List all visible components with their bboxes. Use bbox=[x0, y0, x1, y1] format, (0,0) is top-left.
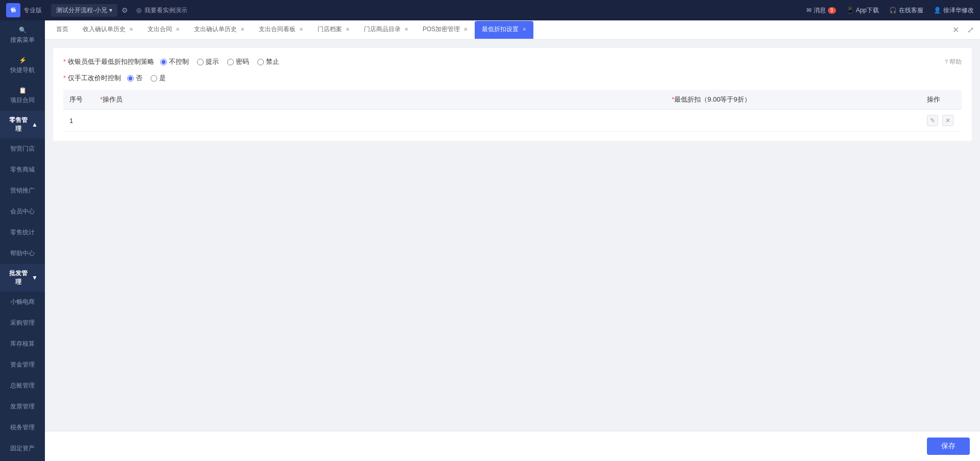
sidebar-item-members[interactable]: 会员中心 bbox=[0, 201, 45, 222]
sidebar-item-finance[interactable]: 资金管理 bbox=[0, 354, 45, 375]
close-tab-button[interactable]: ✕ bbox=[950, 24, 961, 36]
option-no-control[interactable]: 不控制 bbox=[160, 57, 189, 66]
messages-item[interactable]: ✉ 消息 9 bbox=[806, 6, 836, 15]
tab-close-pos-encrypt[interactable]: ✕ bbox=[463, 27, 468, 32]
tab-home[interactable]: 首页 bbox=[49, 21, 76, 39]
radio-no-control[interactable] bbox=[160, 59, 167, 65]
cell-operator bbox=[94, 110, 666, 132]
table-header-row: 序号 *操作员 *最低折扣（9.00等于9折） 操作 bbox=[63, 90, 962, 110]
tab-close-expense-contract-board[interactable]: ✕ bbox=[299, 27, 303, 32]
option-yes-manual[interactable]: 是 bbox=[151, 74, 166, 83]
demo-link[interactable]: ◎ 我要看实例演示 bbox=[136, 6, 187, 15]
edit-row-button[interactable]: ✎ bbox=[927, 115, 938, 126]
radio-password[interactable] bbox=[227, 59, 234, 65]
sidebar-item-retail-stats[interactable]: 零售统计 bbox=[0, 222, 45, 243]
table-row: 1 ✎ ✕ bbox=[63, 110, 962, 132]
sidebar-item-search[interactable]: 🔍 搜索菜单 bbox=[0, 20, 45, 51]
sidebar-label-retail: 零售管理 bbox=[7, 116, 30, 133]
sidebar-label-marketing: 营销推广 bbox=[10, 186, 35, 195]
online-service-label: 在线客服 bbox=[899, 6, 923, 15]
tab-store-catalog[interactable]: 门店商品目录 ✕ bbox=[357, 21, 415, 39]
radio-no-manual[interactable] bbox=[127, 75, 134, 82]
delete-row-button[interactable]: ✕ bbox=[942, 115, 953, 126]
sidebar-item-ledger[interactable]: 总账管理 bbox=[0, 375, 45, 396]
sidebar-item-quicknav[interactable]: ⚡ 快捷导航 bbox=[0, 51, 45, 81]
tab-expense-confirm-history[interactable]: 支出确认单历史 ✕ bbox=[187, 21, 252, 39]
online-service-item[interactable]: 🎧 在线客服 bbox=[889, 6, 923, 15]
sidebar-item-smart-store[interactable]: 智营门店 bbox=[0, 138, 45, 159]
tab-income-history[interactable]: 收入确认单历史 ✕ bbox=[76, 21, 140, 39]
settings-form-card: 收银员低于最低折扣控制策略 不控制 提示 密码 bbox=[53, 48, 972, 141]
discount-control-label: 收银员低于最低折扣控制策略 bbox=[63, 57, 154, 66]
cell-action: ✎ ✕ bbox=[921, 110, 962, 132]
sidebar-label-quicknav: 快捷导航 bbox=[10, 66, 35, 75]
tab-label-expense-confirm-history: 支出确认单历史 bbox=[194, 25, 237, 34]
sidebar-label-finance: 资金管理 bbox=[10, 360, 35, 369]
sidebar-item-tax[interactable]: 税务管理 bbox=[0, 417, 45, 438]
manual-control-label: 仅手工改价时控制 bbox=[63, 74, 121, 83]
page-content: 收银员低于最低折扣控制策略 不控制 提示 密码 bbox=[45, 40, 980, 431]
user-item[interactable]: 👤 徐泽华修改 bbox=[934, 6, 974, 15]
sidebar-item-wholesale[interactable]: 批发管理 ▼ bbox=[0, 264, 45, 292]
sidebar-item-ecommerce[interactable]: 小畅电商 bbox=[0, 292, 45, 312]
chevron-down-icon: ▾ bbox=[109, 7, 112, 14]
sidebar-item-invoice[interactable]: 发票管理 bbox=[0, 396, 45, 417]
tabbar-actions: ✕ ⤢ bbox=[950, 24, 976, 36]
option-prompt[interactable]: 提示 bbox=[197, 57, 219, 66]
project-selector[interactable]: 测试分开流程-小兄 ▾ bbox=[51, 4, 117, 17]
sidebar-item-assets[interactable]: 固定资产 bbox=[0, 438, 45, 459]
sidebar-item-retail[interactable]: 零售管理 ▲ bbox=[0, 111, 45, 138]
tab-min-discount[interactable]: 最低折扣设置 ✕ bbox=[475, 21, 533, 39]
demo-label: 我要看实例演示 bbox=[144, 6, 187, 15]
logo-icon: 畅 bbox=[6, 3, 20, 17]
tab-expense-contract[interactable]: 支出合同 ✕ bbox=[140, 21, 187, 39]
sidebar-item-salary[interactable]: 工资 bbox=[0, 459, 45, 461]
sidebar-label-smart-store: 智营门店 bbox=[10, 144, 35, 153]
save-button[interactable]: 保存 bbox=[927, 438, 970, 455]
radio-yes-manual[interactable] bbox=[151, 75, 157, 82]
main-layout: 🔍 搜索菜单 ⚡ 快捷导航 📋 项目合同 零售管理 ▲ 智营门店 零售商城 营销… bbox=[0, 20, 980, 461]
sidebar-item-online-store[interactable]: 零售商城 bbox=[0, 159, 45, 180]
expand-tab-button[interactable]: ⤢ bbox=[965, 24, 976, 36]
sidebar-item-contract[interactable]: 📋 项目合同 bbox=[0, 81, 45, 111]
tab-close-min-discount[interactable]: ✕ bbox=[522, 27, 526, 32]
radio-prompt[interactable] bbox=[197, 59, 204, 65]
tab-close-income-history[interactable]: ✕ bbox=[129, 27, 133, 32]
chevron-up-icon: ▲ bbox=[32, 121, 38, 128]
cell-seq: 1 bbox=[63, 110, 94, 132]
sidebar-item-purchase[interactable]: 采购管理 bbox=[0, 312, 45, 333]
option-password[interactable]: 密码 bbox=[227, 57, 249, 66]
sidebar-label-members: 会员中心 bbox=[10, 207, 35, 216]
tab-close-expense-confirm-history[interactable]: ✕ bbox=[240, 27, 244, 32]
message-icon: ✉ bbox=[806, 7, 812, 14]
sidebar-label-ledger: 总账管理 bbox=[10, 381, 35, 390]
contract-icon: 📋 bbox=[19, 87, 27, 94]
tab-close-store-archive[interactable]: ✕ bbox=[346, 27, 350, 32]
option-forbid[interactable]: 禁止 bbox=[257, 57, 279, 66]
sidebar-item-marketing[interactable]: 营销推广 bbox=[0, 180, 45, 201]
option-no-manual[interactable]: 否 bbox=[127, 74, 142, 83]
tab-close-expense-contract[interactable]: ✕ bbox=[176, 27, 180, 32]
topbar-right: ✉ 消息 9 📱 App下载 🎧 在线客服 👤 徐泽华修改 bbox=[806, 6, 974, 15]
sidebar-label-contract: 项目合同 bbox=[10, 96, 35, 105]
tab-label-expense-contract-board: 支出合同看板 bbox=[259, 25, 296, 34]
sidebar-label-inventory: 库存核算 bbox=[10, 339, 35, 348]
tab-label-store-catalog: 门店商品目录 bbox=[364, 25, 401, 34]
app-download-item[interactable]: 📱 App下载 bbox=[846, 6, 879, 15]
help-icon[interactable]: ？帮助 bbox=[943, 58, 962, 66]
settings-icon[interactable]: ⚙ bbox=[121, 6, 128, 14]
tab-pos-encrypt[interactable]: POS加密管理 ✕ bbox=[415, 21, 475, 39]
user-label: 徐泽华修改 bbox=[943, 6, 974, 15]
sidebar-item-inventory[interactable]: 库存核算 bbox=[0, 333, 45, 354]
sidebar-item-help[interactable]: 帮助中心 bbox=[0, 243, 45, 264]
tab-label-pos-encrypt: POS加密管理 bbox=[423, 25, 460, 34]
tab-close-store-catalog[interactable]: ✕ bbox=[404, 27, 408, 32]
radio-forbid[interactable] bbox=[257, 59, 264, 65]
tab-store-archive[interactable]: 门店档案 ✕ bbox=[310, 21, 357, 39]
tab-expense-contract-board[interactable]: 支出合同看板 ✕ bbox=[252, 21, 310, 39]
project-name: 测试分开流程-小兄 bbox=[56, 6, 107, 15]
discount-table: 序号 *操作员 *最低折扣（9.00等于9折） 操作 bbox=[63, 90, 962, 132]
version-label: 专业版 bbox=[23, 6, 42, 15]
app-download-label: App下载 bbox=[856, 6, 879, 15]
sidebar: 🔍 搜索菜单 ⚡ 快捷导航 📋 项目合同 零售管理 ▲ 智营门店 零售商城 营销… bbox=[0, 20, 45, 461]
